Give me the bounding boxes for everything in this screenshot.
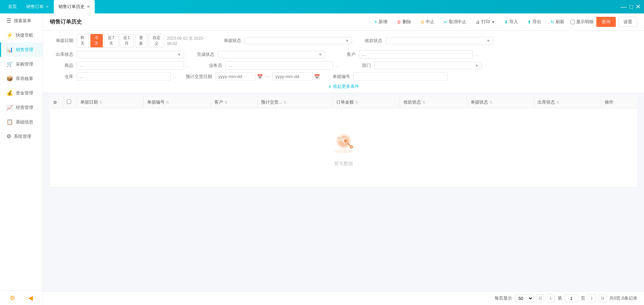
customer-dots[interactable]: ... [473,50,481,58]
sidebar-item-basic-info[interactable]: 📋 基础信息 [0,115,43,129]
tab-sales-order-history-label: 销售订单历史 [58,4,85,10]
cancel-stop-icon: ↩ [444,20,447,25]
sidebar-item-basic-info-label: 基础信息 [16,119,33,125]
calendar-from-icon[interactable]: 📅 [257,74,263,79]
query-button[interactable]: 查询 [596,17,616,27]
th-order-no[interactable]: 单据编号 ⇅ [144,97,211,108]
print-icon: 🖨 [476,20,480,25]
collapse-button[interactable]: ∧ 收起更多条件 [328,83,359,89]
sidebar-settings-icon[interactable]: ⚙ [10,294,15,302]
date-dash: — [264,74,271,79]
customer-input[interactable] [359,50,473,59]
tab-sales-order-history[interactable]: 销售订单历史 ✕ [54,0,95,13]
date-btn-7days[interactable]: 近7天 [104,34,118,47]
new-button[interactable]: + 新增 [371,17,391,27]
collapse-row: ∧ 收起更多条件 [50,83,637,89]
sidebar-item-quick-nav[interactable]: ⚡ 快捷导航 [0,28,43,42]
delete-button[interactable]: 🗑 删除 [393,17,415,27]
empty-cell: 暂无数据 [50,108,637,187]
page-number-input[interactable] [565,294,578,302]
order-no-input[interactable] [353,72,447,81]
minimize-icon[interactable]: — [620,3,627,10]
page-title: 销售订单历史 [50,18,82,26]
date-label: 单据日期 [50,38,77,44]
dept-select[interactable]: ▼ [374,62,482,69]
sidebar-item-finance[interactable]: 💰 资金管理 [0,86,43,100]
warehouse-input[interactable] [77,72,171,81]
goods-dots[interactable]: ... [184,62,192,69]
complete-select[interactable]: ▼ [218,51,325,58]
receipt-status-select[interactable]: ▼ [386,37,493,44]
date-btn-more[interactable]: 更多 [135,34,147,47]
th-date[interactable]: 单据日期 ⇅ [77,97,144,108]
setting-button[interactable]: 设置 [618,17,637,27]
search-menu-icon: ☰ [6,17,11,24]
warehouse-dots[interactable]: ... [171,73,178,80]
next-page-button[interactable]: ⟩ [588,294,596,302]
sidebar-collapse-icon[interactable]: ◀ [28,294,33,302]
goods-input[interactable] [77,61,184,70]
page-size-select[interactable]: 50 100 200 [515,295,533,302]
sidebar-item-quick-nav-label: 快捷导航 [16,32,33,38]
delivery-date-to[interactable] [272,72,313,81]
export-label: 导出 [532,19,541,25]
inventory-icon: 📦 [6,75,13,82]
export-icon: ⬆ [527,20,531,25]
print-button[interactable]: 🖨 打印 ▼ [472,17,498,27]
th-delivery-date[interactable]: 预计交货... ⇅ [257,97,333,108]
prev-page-button[interactable]: ⟨ [547,294,555,302]
refresh-button[interactable]: ↻ 刷新 [547,17,568,27]
stop-button[interactable]: ⊘ 中止 [417,17,438,27]
last-page-button[interactable]: ⟩⟩ [599,294,607,302]
calendar-to-icon[interactable]: 📅 [314,74,320,79]
salesman-dots[interactable]: ... [333,62,341,69]
export-button[interactable]: ⬆ 导出 [524,17,545,27]
show-detail-checkbox[interactable] [570,20,575,24]
page-jump-label: 第 [558,295,562,301]
sidebar-item-purchase-mgmt[interactable]: 🛒 采购管理 [0,57,43,71]
th-amount[interactable]: 订单金额 ⇅ [333,97,400,108]
filter-row-1: 单据日期 昨天 今天 近7天 近1月 更多 自定义 2023-06-02 至 2… [50,34,637,47]
tab-sales-order[interactable]: 销售订单 ✕ [22,0,54,13]
show-detail-label: 显示明细 [576,19,594,25]
sidebar-item-search-menu[interactable]: ☰ 搜索菜单 [0,13,43,28]
th-customer-label: 客户 [214,99,223,105]
th-settings[interactable]: ⚙ [50,97,63,108]
first-page-button[interactable]: ⟨⟨ [536,294,544,302]
sidebar-item-system-mgmt[interactable]: ⚙ 系统管理 [0,129,43,144]
empty-row: 暂无数据 [50,108,637,187]
order-status-select[interactable]: ▼ [245,37,352,44]
th-receipt-status[interactable]: 收款状态 ⇅ [400,97,467,108]
cancel-stop-button[interactable]: ↩ 取消中止 [440,17,470,27]
date-btn-custom[interactable]: 自定义 [149,34,164,47]
maximize-icon[interactable]: □ [629,3,633,10]
out-stock-chevron: ▼ [177,52,181,56]
close-window-icon[interactable]: ✕ [636,3,641,10]
svg-point-0 [334,149,353,153]
sidebar-item-inventory[interactable]: 📦 库存核算 [0,71,43,86]
th-amount-sort-icon: ⇅ [355,100,358,105]
date-btn-yesterday[interactable]: 昨天 [77,34,89,47]
page-label: 页 [581,295,585,301]
sidebar-item-finance-label: 资金管理 [16,90,33,96]
sidebar-item-sales-mgmt[interactable]: 📊 销售管理 [0,42,43,57]
th-stock-status-label: 出库状态 [538,99,555,105]
import-button[interactable]: ⬇ 导入 [501,17,521,27]
tab-home[interactable]: 首页 [3,0,22,13]
stop-label: 中止 [426,19,434,25]
th-customer[interactable]: 客户 ⇅ [211,97,257,108]
tab-sales-order-close[interactable]: ✕ [46,4,49,9]
th-stock-status[interactable]: 出库状态 ⇅ [534,97,601,108]
show-detail-check[interactable]: 显示明细 [570,19,594,25]
sidebar-item-operations[interactable]: 📈 经营管理 [0,100,43,115]
select-all-checkbox[interactable] [67,100,71,104]
tab-sales-order-history-close[interactable]: ✕ [87,4,90,9]
th-order-status[interactable]: 单据状态 ⇅ [467,97,534,108]
th-checkbox[interactable] [63,97,77,108]
date-btn-1month[interactable]: 近1月 [120,34,134,47]
date-btn-today[interactable]: 今天 [90,34,103,47]
delivery-date-from[interactable] [215,72,256,81]
order-no-label: 单据编号 [327,74,353,80]
salesman-input[interactable] [225,61,333,70]
out-stock-select[interactable]: ▼ [77,51,184,58]
